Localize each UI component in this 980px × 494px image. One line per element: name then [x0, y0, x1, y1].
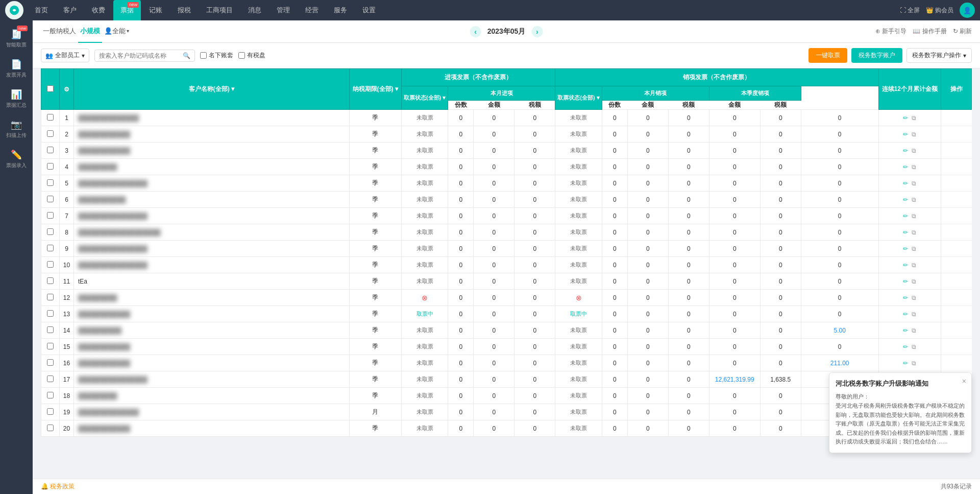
row-copy-icon[interactable]: ⧉	[912, 180, 916, 187]
select-all-checkbox[interactable]	[47, 85, 54, 92]
manual-link[interactable]: 📖 操作手册	[913, 27, 946, 36]
row-edit-icon[interactable]: ✏	[903, 163, 908, 171]
row-copy-icon[interactable]: ⧉	[912, 229, 916, 236]
nav-bookkeeping[interactable]: 记账	[142, 0, 169, 20]
row-edit-icon[interactable]: ✏	[903, 294, 908, 301]
row-select-checkbox[interactable]	[47, 359, 54, 366]
row-out-count-cell: 0	[602, 192, 627, 208]
row-select-checkbox[interactable]	[47, 375, 54, 382]
row-copy-icon[interactable]: ⧉	[912, 262, 916, 269]
sidebar-item-invoice-summary[interactable]: 📊 票据汇总	[2, 85, 31, 113]
row-select-checkbox[interactable]	[47, 425, 54, 431]
row-select-checkbox[interactable]	[47, 196, 54, 202]
row-edit-icon[interactable]: ✏	[903, 278, 908, 285]
tab-all-capable[interactable]: 👤 全能 ▾	[102, 20, 131, 43]
tab-small-scale[interactable]: 小规模	[78, 20, 102, 43]
nav-service[interactable]: 服务	[327, 0, 354, 20]
qtr-amount-value[interactable]: 12,621,319.99	[715, 376, 754, 383]
nav-settings[interactable]: 设置	[355, 0, 383, 20]
row-out-tax-cell: 0	[668, 322, 709, 339]
date-next-button[interactable]: ›	[531, 26, 543, 37]
nav-message[interactable]: 消息	[241, 0, 268, 20]
row-edit-icon[interactable]: ✏	[903, 180, 908, 187]
row-select-checkbox[interactable]	[47, 163, 54, 170]
refresh-link[interactable]: ↻ 刷新	[953, 27, 972, 36]
row-copy-icon[interactable]: ⧉	[912, 213, 916, 220]
row-copy-icon[interactable]: ⧉	[912, 360, 916, 367]
row-select-checkbox[interactable]	[47, 114, 54, 121]
row-edit-icon[interactable]: ✏	[903, 262, 908, 269]
nav-business[interactable]: 工商项目	[199, 0, 240, 20]
employee-select[interactable]: 👥 全部员工 ▾	[41, 49, 89, 62]
tab-general-taxpayer[interactable]: 一般纳税人	[41, 20, 78, 43]
row-copy-icon[interactable]: ⧉	[912, 311, 916, 318]
nav-fee[interactable]: 收费	[85, 0, 112, 20]
digital-account-dropdown[interactable]: 税务数字账户操作 ▾	[906, 48, 972, 63]
row-edit-icon[interactable]: ✏	[903, 327, 908, 334]
row-select-checkbox[interactable]	[47, 179, 54, 186]
one-click-ticket-button[interactable]: 一键取票	[808, 48, 847, 63]
row-edit-icon[interactable]: ✏	[903, 147, 908, 154]
row-select-checkbox[interactable]	[47, 326, 54, 333]
cum12-value[interactable]: 5.00	[834, 327, 846, 334]
user-avatar[interactable]: 👤	[960, 3, 975, 18]
row-copy-icon[interactable]: ⧉	[912, 147, 916, 154]
row-copy-icon[interactable]: ⧉	[912, 196, 916, 203]
nav-operation[interactable]: 经营	[298, 0, 326, 20]
nav-client[interactable]: 客户	[56, 0, 84, 20]
row-in-count-cell: 0	[448, 159, 474, 175]
sidebar-item-smart-ticket[interactable]: new 🧾 智能取票	[2, 25, 31, 53]
digital-account-button[interactable]: 税务数字账户	[851, 48, 902, 63]
search-input[interactable]	[99, 52, 181, 59]
sidebar-item-invoice-open[interactable]: 📄 发票开具	[2, 55, 31, 83]
row-select-checkbox[interactable]	[47, 310, 54, 317]
row-select-checkbox[interactable]	[47, 212, 54, 219]
row-select-checkbox[interactable]	[47, 392, 54, 398]
row-edit-icon[interactable]: ✏	[903, 213, 908, 220]
checkbox-has-tax-disk[interactable]: 有税盘	[238, 51, 265, 60]
row-edit-icon[interactable]: ✏	[903, 196, 908, 203]
row-copy-icon[interactable]: ⧉	[912, 278, 916, 285]
row-copy-icon[interactable]: ⧉	[912, 343, 916, 350]
sidebar-item-scan-upload[interactable]: 📷 扫描上传	[2, 115, 31, 143]
new-guide-link[interactable]: ⊕ 新手引导	[875, 27, 906, 36]
row-select-checkbox[interactable]	[47, 130, 54, 137]
row-select-checkbox[interactable]	[47, 261, 54, 268]
row-copy-icon[interactable]: ⧉	[912, 245, 916, 252]
member-button[interactable]: 👑 购会员	[926, 6, 953, 15]
row-copy-icon[interactable]: ⧉	[912, 163, 916, 171]
row-select-checkbox[interactable]	[47, 277, 54, 284]
row-select-checkbox[interactable]	[47, 228, 54, 235]
col-client-name: 客户名称(全部) ▾	[74, 69, 350, 110]
sidebar-item-invoice-entry[interactable]: ✏️ 票据录入	[2, 145, 31, 173]
row-copy-icon[interactable]: ⧉	[912, 114, 916, 122]
row-select-checkbox[interactable]	[47, 408, 54, 415]
row-out-amount-cell: 0	[627, 175, 668, 192]
row-copy-icon[interactable]: ⧉	[912, 294, 916, 301]
nav-invoice[interactable]: 票据 new	[113, 0, 141, 20]
row-copy-icon[interactable]: ⧉	[912, 131, 916, 138]
app-logo[interactable]	[5, 1, 23, 19]
row-select-checkbox[interactable]	[47, 294, 54, 300]
row-edit-icon[interactable]: ✏	[903, 245, 908, 252]
cum12-value[interactable]: 211.00	[830, 360, 849, 367]
row-edit-icon[interactable]: ✏	[903, 131, 908, 138]
checkbox-sub-account[interactable]: 名下账套	[200, 51, 233, 60]
notice-close-button[interactable]: ×	[962, 377, 966, 385]
row-edit-icon[interactable]: ✏	[903, 229, 908, 236]
nav-manage[interactable]: 管理	[270, 0, 297, 20]
row-select-checkbox[interactable]	[47, 343, 54, 349]
nav-tax[interactable]: 报税	[170, 0, 198, 20]
row-edit-icon[interactable]: ✏	[903, 311, 908, 318]
row-edit-icon[interactable]: ✏	[903, 114, 908, 122]
search-icon[interactable]: 🔍	[183, 52, 190, 59]
tax-policy-link[interactable]: 🔔 税务政策	[41, 482, 75, 491]
row-edit-icon[interactable]: ✏	[903, 360, 908, 367]
row-edit-icon[interactable]: ✏	[903, 343, 908, 350]
row-select-checkbox[interactable]	[47, 245, 54, 251]
row-select-checkbox[interactable]	[47, 147, 54, 153]
fullscreen-button[interactable]: ⛶ 全屏	[900, 6, 920, 15]
row-copy-icon[interactable]: ⧉	[912, 327, 916, 334]
date-prev-button[interactable]: ‹	[470, 26, 481, 37]
nav-home[interactable]: 首页	[28, 0, 55, 20]
